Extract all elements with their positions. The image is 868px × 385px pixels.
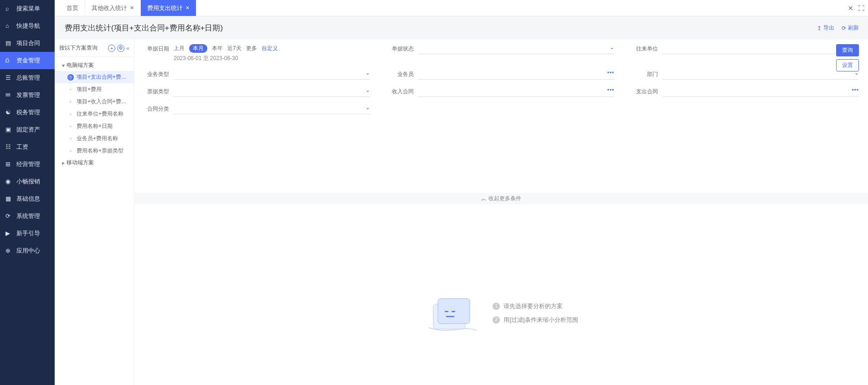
scheme-item-label: 项目+费用 (77, 86, 102, 93)
close-icon[interactable]: ✕ (185, 5, 190, 11)
tab-label: 首页 (67, 4, 78, 12)
caret-icon: ▾ (62, 62, 67, 69)
sidebar-item-label: 小畅报销 (16, 177, 40, 186)
add-scheme-button[interactable]: + (108, 45, 115, 52)
filter-billtype[interactable]: 票据类型 ⌄ (144, 87, 370, 97)
scheme-item-0-6[interactable]: ▫费用名称+票据类型 (55, 145, 134, 157)
tab-close-all-icon[interactable]: ✕ (848, 5, 853, 12)
tabs-bar: 首页其他收入统计✕费用支出统计✕ ✕ ⛶ (55, 0, 868, 16)
refresh-button[interactable]: ⟳ 刷新 (842, 24, 859, 32)
sidebar-item-14[interactable]: ⊕应用中心 (0, 242, 55, 259)
scheme-item-0-0[interactable]: ◷项目+支出合同+费用... (55, 71, 134, 83)
reimburse-icon: ◉ (5, 178, 13, 185)
sidebar: ⌕搜索菜单⌂快捷导航▤项目合同⎙资金管理☰总账管理✉发票管理☯税务管理▣固定资产… (0, 0, 55, 385)
filter-biztype[interactable]: 业务类型 ⌄ (144, 70, 370, 80)
chevron-down-icon: ⌄ (365, 70, 370, 76)
filter-status[interactable]: 单据状态 ⌄ (388, 44, 615, 62)
sidebar-item-label: 应用中心 (16, 247, 40, 255)
filter-party[interactable]: 往来单位 ••• (632, 44, 859, 62)
sidebar-item-10[interactable]: ◉小畅报销 (0, 173, 55, 190)
date-shortcut-2[interactable]: 本年 (212, 45, 223, 52)
empty-step-1: 1 请先选择要分析的方案 (493, 302, 578, 310)
filter-income-contract[interactable]: 收入合同 ••• (388, 87, 615, 97)
sidebar-item-8[interactable]: ☷工资 (0, 138, 55, 156)
sidebar-item-0[interactable]: ⌕搜索菜单 (0, 0, 55, 17)
chart-icon: ▫ (67, 123, 74, 130)
settings-button[interactable]: 设置 (836, 59, 859, 71)
scheme-item-label: 往来单位+费用名称 (77, 110, 123, 118)
content-header: 费用支出统计(项目+支出合同+费用名称+日期) ↥ 导出 ⟳ 刷新 (55, 16, 868, 40)
date-shortcut-3[interactable]: 近7天 (227, 45, 241, 52)
sidebar-item-7[interactable]: ▣固定资产 (0, 121, 55, 138)
date-shortcut-0[interactable]: 上月 (174, 45, 185, 52)
sidebar-item-label: 资金管理 (16, 56, 40, 65)
export-icon: ↥ (817, 25, 822, 31)
fullscreen-icon[interactable]: ⛶ (858, 5, 864, 12)
filter-dept[interactable]: 部门 ⌄ (632, 70, 859, 80)
tab-label: 费用支出统计 (147, 4, 183, 12)
svg-rect-2 (445, 311, 448, 312)
date-shortcut-5[interactable]: 自定义 (262, 45, 278, 52)
sidebar-item-label: 搜索菜单 (16, 5, 40, 13)
scheme-item-label: 费用名称+票据类型 (77, 147, 123, 155)
more-icon: ••• (852, 87, 859, 93)
right-panel: 单据日期 上月本月本年近7天更多自定义 2023-06-01 至 2023-06… (134, 40, 868, 385)
close-icon[interactable]: ✕ (130, 5, 134, 11)
guide-icon: ▶ (5, 230, 13, 237)
sidebar-item-4[interactable]: ☰总账管理 (0, 69, 55, 86)
more-icon: ••• (607, 70, 615, 76)
sidebar-item-11[interactable]: ▦基础信息 (0, 190, 55, 208)
sidebar-item-12[interactable]: ⟳系统管理 (0, 208, 55, 225)
tab-1[interactable]: 其他收入统计✕ (85, 0, 141, 16)
ledger-icon: ☰ (5, 74, 13, 81)
sidebar-item-label: 税务管理 (16, 108, 40, 117)
page-title: 费用支出统计(项目+支出合同+费用名称+日期) (65, 23, 223, 33)
date-shortcut-4[interactable]: 更多 (246, 45, 257, 52)
sidebar-item-label: 经营管理 (16, 160, 40, 168)
filter-expense-contract[interactable]: 支出合同 ••• (632, 87, 859, 97)
filter-date: 单据日期 上月本月本年近7天更多自定义 2023-06-01 至 2023-06… (144, 44, 370, 62)
scheme-item-label: 费用名称+日期 (77, 122, 113, 130)
sidebar-item-6[interactable]: ☯税务管理 (0, 104, 55, 121)
table-icon: ▫ (67, 86, 74, 93)
caret-icon: ▸ (62, 160, 67, 166)
scheme-item-label: 项目+支出合同+费用... (77, 73, 130, 81)
salary-icon: ☷ (5, 143, 13, 151)
scheme-item-0-4[interactable]: ▫费用名称+日期 (55, 120, 134, 132)
scheme-tree: ▾电脑端方案◷项目+支出合同+费用...▫项目+费用▫项目+收入合同+费用...… (55, 57, 134, 171)
scheme-item-0-3[interactable]: ▫往来单位+费用名称 (55, 108, 134, 120)
collapse-panel-icon[interactable]: « (126, 45, 129, 51)
collapse-filters-button[interactable]: ︽ 收起更多条件 (134, 193, 868, 204)
scheme-item-0-1[interactable]: ▫项目+费用 (55, 83, 134, 96)
sidebar-item-label: 快捷导航 (16, 22, 40, 30)
sidebar-item-5[interactable]: ✉发票管理 (0, 86, 55, 104)
sidebar-item-3[interactable]: ⎙资金管理 (0, 52, 55, 69)
scheme-settings-button[interactable]: ⚙ (117, 45, 124, 52)
sidebar-item-2[interactable]: ▤项目合同 (0, 35, 55, 52)
scheme-group-1[interactable]: ▸移动端方案 (55, 157, 134, 168)
svg-rect-4 (446, 316, 454, 317)
layout-icon: ▫ (67, 148, 74, 154)
date-shortcut-1[interactable]: 本月 (189, 44, 207, 53)
filter-salesman[interactable]: 业务员 ••• (388, 70, 615, 80)
scheme-item-0-2[interactable]: ▫项目+收入合同+费用... (55, 96, 134, 108)
sidebar-item-13[interactable]: ▶新手引导 (0, 225, 55, 242)
sidebar-item-9[interactable]: ⊞经营管理 (0, 156, 55, 173)
scheme-title: 按以下方案查询 (59, 44, 98, 52)
search-button[interactable]: 查询 (836, 44, 859, 56)
tab-2[interactable]: 费用支出统计✕ (141, 0, 196, 16)
scheme-item-0-5[interactable]: ▫业务员+费用名称 (55, 132, 134, 145)
scheme-group-0[interactable]: ▾电脑端方案 (55, 60, 134, 71)
table-icon: ▫ (67, 99, 74, 105)
tab-0[interactable]: 首页 (60, 0, 85, 16)
scheme-panel: 按以下方案查询 + ⚙ « ▾电脑端方案◷项目+支出合同+费用...▫项目+费用… (55, 40, 134, 385)
sidebar-item-1[interactable]: ⌂快捷导航 (0, 17, 55, 35)
chevron-down-icon: ⌄ (365, 104, 370, 111)
export-button[interactable]: ↥ 导出 (817, 24, 834, 32)
chevron-up-icon: ︽ (481, 195, 487, 202)
svg-rect-3 (452, 311, 455, 312)
sidebar-item-label: 项目合同 (16, 39, 40, 47)
biz-icon: ⊞ (5, 161, 13, 168)
chevron-down-icon: ⌄ (610, 44, 614, 51)
filter-contract-cat[interactable]: 合同分类 ⌄ (144, 104, 370, 114)
